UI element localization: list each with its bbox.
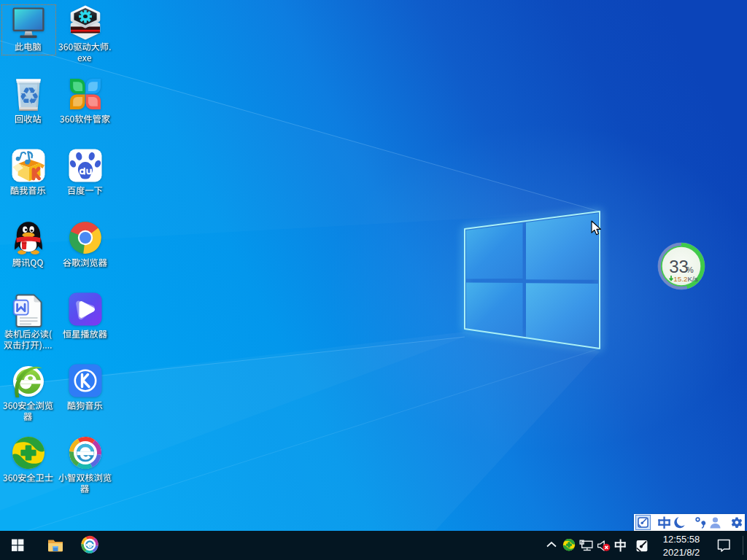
svg-text:15.2K/s: 15.2K/s (673, 275, 697, 283)
svg-text:%: % (686, 265, 693, 274)
